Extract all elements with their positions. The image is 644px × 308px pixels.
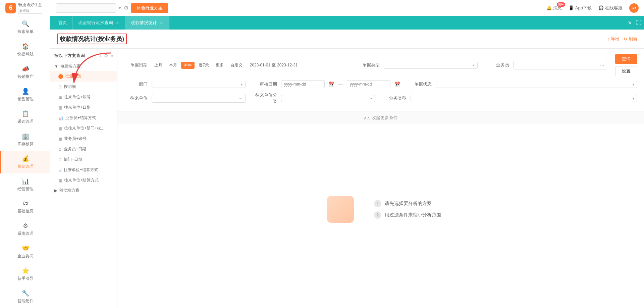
sidebar-item-operations[interactable]: 📊 经营管理: [0, 173, 50, 196]
warehouse-icon: 🏢: [22, 133, 29, 140]
biz-type-select[interactable]: ▾: [411, 95, 637, 102]
export-button[interactable]: ↑ 导出: [607, 36, 620, 42]
app-edition-badge: 标准版: [18, 8, 42, 14]
partner-category-select[interactable]: ▾: [281, 95, 375, 102]
sidebar-item-marketing[interactable]: 📣 营销推广: [0, 61, 50, 84]
table-icon: ▦: [58, 95, 62, 100]
add-scheme-button[interactable]: +: [99, 53, 102, 58]
date-label: 单据日期: [124, 62, 148, 68]
tab-receipts-stats-close[interactable]: ✕: [159, 20, 164, 25]
partner-more-icon[interactable]: ···: [238, 96, 243, 101]
search-dropdown-icon[interactable]: ▾: [119, 5, 121, 10]
date-end: 2023-12-31: [277, 63, 298, 67]
calendar-start-icon[interactable]: 📅: [329, 82, 334, 87]
scheme-item-partner-settlement2[interactable]: ▦ 往来单位+结算方式: [50, 175, 117, 186]
collapse-scheme-button[interactable]: «: [110, 53, 113, 58]
scheme-item-partner-dept-collect[interactable]: ▦ 按往来单位+部门+收...: [50, 123, 117, 134]
date-tab-last7days[interactable]: 近7天: [196, 62, 212, 69]
sidebar-item-purchase[interactable]: 📋 采购管理: [0, 106, 50, 129]
tab-home[interactable]: 首页: [53, 16, 73, 30]
date-tab-custom[interactable]: 自定义: [228, 62, 245, 69]
sidebar-item-label: 系统管理: [17, 231, 34, 237]
sidebar-item-label: 采购管理: [17, 119, 34, 124]
scheme-group-mobile-title[interactable]: ▶ 移动端方案: [50, 186, 117, 195]
sidebar-item-basicinfo[interactable]: 🗂 基础信息: [0, 196, 50, 218]
sidebar-item-collaboration[interactable]: 🤝 企业协同: [0, 241, 50, 263]
main-layout: 🔍 搜索菜单 🏠 快捷导航 📣 营销推广 👤 销售管理 📋 采购管理 🏢 库存核…: [0, 16, 644, 308]
biz-type-label: 业务类型: [383, 95, 407, 101]
sidebar-item-finance[interactable]: 💰 资金管理: [0, 151, 50, 173]
home-icon: 🏠: [22, 43, 29, 50]
user-avatar[interactable]: Rit: [629, 3, 639, 13]
scheme-item-dept-date[interactable]: ⊙ 部门+日期: [50, 154, 117, 165]
scheme-item-by-salesman[interactable]: 按业务员: [50, 71, 117, 82]
table4-icon: ▦: [58, 137, 62, 141]
collapse-conditions-bar[interactable]: ∧∧ 收起更多条件: [117, 111, 644, 124]
doc-type-select[interactable]: ▾: [384, 62, 478, 69]
scheme-item-detail[interactable]: ⊞ 按明细: [50, 82, 117, 92]
scheme-group-mobile: ▶ 移动端方案: [50, 186, 117, 195]
scheme-group-desktop: ▼ 电脑端方案 按业务员 ⊞ 按明细 ▦ 往来单位+账号: [50, 61, 117, 186]
scheme-group-mobile-label: 移动端方案: [59, 188, 79, 193]
chart-icon: 📊: [22, 177, 29, 185]
scheme-item-label: 部门+日期: [64, 157, 82, 162]
sidebar-item-system[interactable]: ⚙ 系统管理: [0, 218, 50, 241]
doc-status-select[interactable]: ▾: [436, 81, 637, 88]
sidebar-item-hardware[interactable]: 🔧 智能硬件: [0, 286, 50, 308]
scheme-item-label: 按往来单位+部门+收...: [64, 125, 104, 131]
sidebar-item-newbie[interactable]: ⭐ 新手引导: [0, 263, 50, 286]
logo-area: 6 畅捷通好生意 标准版: [5, 2, 56, 14]
scheme-item-partner-settlement1[interactable]: ⊞ 往来单位+结算方式: [50, 165, 117, 175]
scheme-item-label: 按业务员: [65, 73, 81, 79]
scheme-panel: 按以下方案查询 + ⚙ « ▼ 电脑端方案 按业务员: [50, 49, 117, 308]
tab-close-all-icon[interactable]: ✕: [628, 20, 632, 26]
scheme-group-desktop-title[interactable]: ▼ 电脑端方案: [50, 61, 117, 71]
top-search-area: ▾ ⚙ 体验行业方案: [56, 3, 546, 13]
settings-scheme-button[interactable]: ⚙: [104, 53, 108, 58]
settings-icon[interactable]: ⚙: [124, 5, 128, 11]
trial-industry-button[interactable]: 体验行业方案: [131, 3, 168, 13]
tab-maximize-icon[interactable]: ⛶: [636, 20, 641, 26]
sidebar-item-quicknav[interactable]: 🏠 快捷导航: [0, 39, 50, 61]
date-tab-thisyear[interactable]: 本年: [181, 62, 195, 69]
tab-bank-flow-close[interactable]: ✕: [115, 20, 120, 25]
person-icon: 👤: [22, 88, 29, 95]
tab-bank-flow[interactable]: 现金银行流水查询 ✕: [73, 16, 125, 30]
app-download-button[interactable]: 📱 App下载: [569, 5, 592, 11]
salesman-more-icon[interactable]: ···: [600, 62, 604, 68]
salesman-select[interactable]: ···: [513, 61, 607, 69]
top-search-input[interactable]: [56, 3, 116, 13]
date-tab-more[interactable]: 更多: [213, 62, 226, 69]
scheme-item-salesman-date[interactable]: ⊙ 业务员+日期: [50, 144, 117, 154]
scheme-item-label: 往来单位+结算方式: [64, 177, 99, 183]
query-button[interactable]: 查询: [615, 54, 637, 64]
scheme-item-partner-account[interactable]: ▦ 往来单位+账号: [50, 92, 117, 102]
sidebar-item-sales[interactable]: 👤 销售管理: [0, 84, 50, 106]
sidebar: 🔍 搜索菜单 🏠 快捷导航 📣 营销推广 👤 销售管理 📋 采购管理 🏢 库存核…: [0, 16, 50, 308]
partner-select[interactable]: ···: [152, 94, 246, 103]
content-wrapper: 按以下方案查询 + ⚙ « ▼ 电脑端方案 按业务员: [50, 49, 644, 308]
online-service-button[interactable]: 🎧 在线客服: [598, 5, 623, 11]
sidebar-item-inventory[interactable]: 🏢 库存核算: [0, 129, 50, 151]
dept-select[interactable]: ▾: [152, 81, 246, 88]
sidebar-item-label: 销售管理: [17, 96, 34, 102]
review-date-start-input[interactable]: [281, 80, 325, 88]
date-tab-thismonth[interactable]: 本月: [166, 62, 180, 69]
scheme-item-partner-date[interactable]: ▦ 往来单位+日期: [50, 102, 117, 113]
review-date-end-input[interactable]: [347, 80, 390, 88]
sidebar-item-search[interactable]: 🔍 搜索菜单: [0, 16, 50, 39]
page-actions: ↑ 导出 ↻ 刷新: [607, 36, 638, 42]
export-icon: ↑: [607, 37, 610, 42]
empty-box-shape: [327, 196, 354, 223]
table2-icon: ▦: [58, 105, 62, 110]
settings-button[interactable]: 设置: [615, 66, 637, 76]
date-tab-lastmonth[interactable]: 上月: [152, 62, 165, 69]
scheme-item-salesman-account[interactable]: ▦ 业务员+账号: [50, 134, 117, 144]
calendar-end-icon[interactable]: 📅: [394, 82, 400, 87]
scheme-item-salesman-settlement[interactable]: 📊 业务员+结算方式: [50, 113, 117, 123]
tab-receipts-stats[interactable]: 收款情况统计 ✕: [125, 16, 169, 30]
tab-bank-flow-label: 现金银行流水查询: [78, 20, 113, 26]
refresh-button[interactable]: ↻ 刷新: [624, 36, 637, 42]
notifications-button[interactable]: 🔔 消息 99+: [546, 5, 562, 11]
hint-text-1: 请先选择要分析的方案: [385, 201, 432, 207]
